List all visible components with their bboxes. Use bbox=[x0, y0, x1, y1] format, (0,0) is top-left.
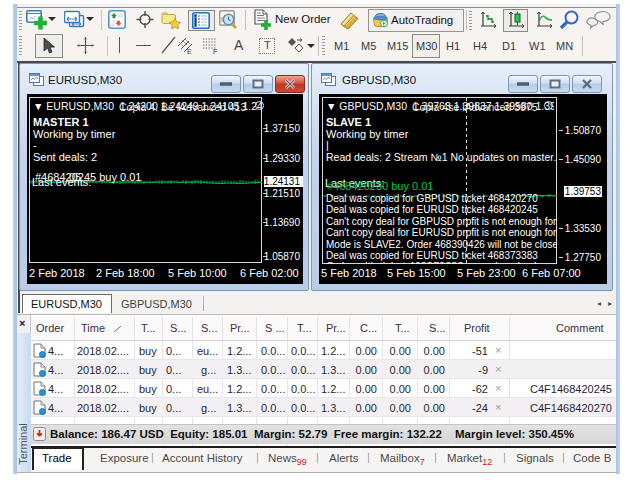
svg-text:F: F bbox=[213, 48, 217, 55]
svg-text:E: E bbox=[187, 48, 192, 55]
